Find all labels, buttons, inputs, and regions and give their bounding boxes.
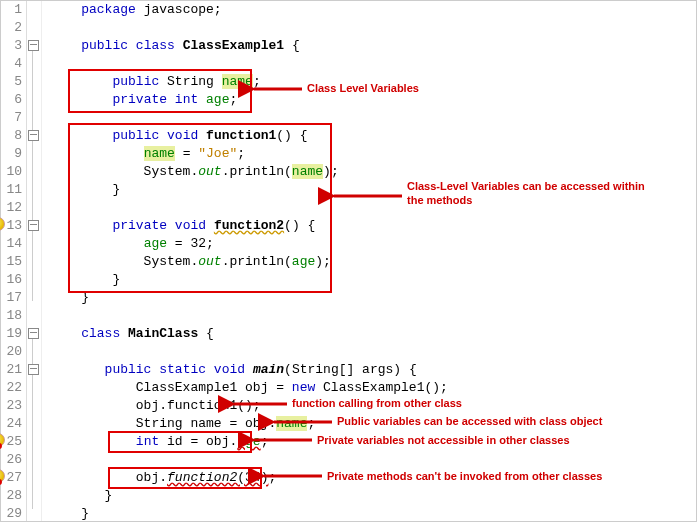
code-line: public String name;	[50, 73, 696, 91]
code-line: }	[50, 181, 696, 199]
code-line: System.out.println(age);	[50, 253, 696, 271]
line-number: 24	[5, 415, 22, 433]
line-number-gutter: 1 2 3 4 5 6 7 8 9 10 11 12 13 14 15 16 1…	[1, 1, 27, 521]
code-line: }	[50, 289, 696, 307]
code-line: int id = obj.age;	[50, 433, 696, 451]
line-number: 15	[5, 253, 22, 271]
line-number: 16	[5, 271, 22, 289]
code-line: obj.function1();	[50, 397, 696, 415]
code-line: private int age;	[50, 91, 696, 109]
line-number: 17	[5, 289, 22, 307]
fold-toggle-icon[interactable]	[28, 40, 39, 51]
code-line: String name = obj.name;	[50, 415, 696, 433]
code-line	[50, 307, 696, 325]
line-number: 26	[5, 451, 22, 469]
line-number: 4	[5, 55, 22, 73]
code-line	[50, 19, 696, 37]
fold-toggle-icon[interactable]	[28, 220, 39, 231]
code-line: ClassExample1 obj = new ClassExample1();	[50, 379, 696, 397]
line-number: 7	[5, 109, 22, 127]
line-number: 5	[5, 73, 22, 91]
error-icon	[0, 479, 2, 485]
line-number: 8	[5, 127, 22, 145]
line-number: 6	[5, 91, 22, 109]
line-number: 12	[5, 199, 22, 217]
line-number: 28	[5, 487, 22, 505]
line-number: 13	[5, 217, 22, 235]
line-number: 11	[5, 181, 22, 199]
fold-guide	[32, 51, 33, 301]
code-line: public class ClassExample1 {	[50, 37, 696, 55]
code-line	[50, 109, 696, 127]
code-line	[50, 343, 696, 361]
line-number: 27	[5, 469, 22, 487]
code-line	[50, 55, 696, 73]
line-number: 20	[5, 343, 22, 361]
line-number: 19	[5, 325, 22, 343]
code-line: name = "Joe";	[50, 145, 696, 163]
line-number: 21	[5, 361, 22, 379]
code-line: public static void main(String[] args) {	[50, 361, 696, 379]
code-line: }	[50, 271, 696, 289]
fold-toggle-icon[interactable]	[28, 364, 39, 375]
fold-toggle-icon[interactable]	[28, 130, 39, 141]
line-number: 29	[5, 505, 22, 522]
fold-gutter	[27, 1, 42, 521]
code-line	[50, 199, 696, 217]
line-number: 25	[5, 433, 22, 451]
line-number: 2	[5, 19, 22, 37]
code-line: }	[50, 487, 696, 505]
code-line: class MainClass {	[50, 325, 696, 343]
code-line: }	[50, 505, 696, 522]
line-number: 1	[5, 1, 22, 19]
code-line: age = 32;	[50, 235, 696, 253]
line-number: 18	[5, 307, 22, 325]
error-icon	[0, 443, 2, 449]
line-number: 9	[5, 145, 22, 163]
line-number: 22	[5, 379, 22, 397]
line-number: 10	[5, 163, 22, 181]
line-number: 23	[5, 397, 22, 415]
code-line: private void function2() {	[50, 217, 696, 235]
code-line: obj.function2(34);	[50, 469, 696, 487]
code-line: public void function1() {	[50, 127, 696, 145]
line-number: 14	[5, 235, 22, 253]
code-line: System.out.println(name);	[50, 163, 696, 181]
code-line: package javascope;	[50, 1, 696, 19]
lightbulb-icon	[0, 217, 5, 231]
fold-toggle-icon[interactable]	[28, 328, 39, 339]
line-number: 3	[5, 37, 22, 55]
code-editor: 1 2 3 4 5 6 7 8 9 10 11 12 13 14 15 16 1…	[0, 0, 697, 522]
code-content[interactable]: package javascope; public class ClassExa…	[42, 1, 696, 521]
code-line	[50, 451, 696, 469]
